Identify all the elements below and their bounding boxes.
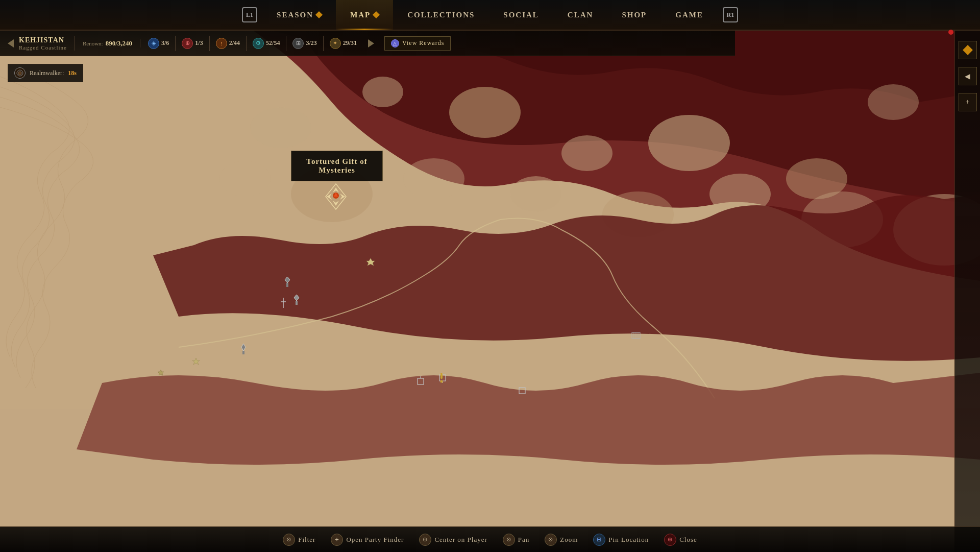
map-icon-5[interactable] — [238, 343, 249, 356]
map-pan-left[interactable]: ◀ — [959, 67, 977, 85]
altars-value: 29/31 — [343, 39, 357, 47]
svg-rect-37 — [242, 351, 244, 354]
action-pin-location[interactable]: ⊟ Pin Location — [593, 534, 649, 546]
svg-marker-36 — [241, 344, 246, 351]
region-name-block: KEHJISTAN Ragged Coastline — [19, 36, 75, 51]
pin-location-icon: ⊟ — [593, 534, 605, 546]
map-icon-6[interactable] — [192, 357, 200, 368]
right-controls: ◀ + — [954, 31, 980, 552]
r1-button[interactable]: R1 — [723, 7, 738, 22]
stat-dungeons: ⊕ 1/3 — [182, 38, 203, 49]
stat-separator-4 — [286, 36, 286, 51]
map-icon-1[interactable] — [282, 276, 292, 290]
svg-marker-35 — [366, 258, 375, 266]
action-party-finder[interactable]: + Open Party Finder — [331, 534, 404, 546]
nav-item-map[interactable]: MAP — [336, 0, 393, 30]
tooltip-line1: Tortured Gift of — [302, 157, 372, 166]
map-icon-4[interactable] — [366, 258, 375, 268]
map-icon-3[interactable] — [280, 298, 287, 310]
map-diamond-icon — [373, 11, 380, 18]
l1-button[interactable]: L1 — [242, 7, 257, 22]
filter-icon: ⊙ — [283, 534, 295, 546]
map-icon-7[interactable] — [157, 369, 164, 378]
party-finder-icon: + — [331, 534, 343, 546]
region-next-arrow[interactable] — [368, 39, 374, 47]
stat-separator-2 — [209, 36, 210, 51]
map-icon-2[interactable] — [291, 294, 302, 308]
stat-separator-5 — [323, 36, 324, 51]
altars-icon: ✦ — [330, 38, 341, 49]
map-marker[interactable] — [321, 181, 351, 212]
svg-marker-39 — [158, 370, 164, 375]
realmwalker-badge: Realmwalker: 18s — [8, 64, 83, 82]
dungeons-value: 1/3 — [195, 39, 203, 47]
svg-marker-23 — [333, 187, 339, 193]
nav-item-season[interactable]: SEASON — [262, 0, 336, 30]
action-filter[interactable]: ⊙ Filter — [283, 534, 315, 546]
dungeons-icon: ⊕ — [182, 38, 193, 49]
map-zoom-diamond — [959, 41, 977, 59]
stat-waypoints: ◈ 3/6 — [148, 38, 169, 49]
nav-item-collections[interactable]: COLLECTIONS — [393, 0, 489, 30]
top-nav: L1 SEASON MAP COLLECTIONS SOCIAL CLAN SH… — [0, 0, 980, 31]
nav-item-clan[interactable]: CLAN — [553, 0, 608, 30]
svg-point-51 — [440, 380, 443, 383]
svg-point-12 — [510, 176, 561, 212]
realmwalker-icon — [14, 67, 26, 79]
stat-altars: ✦ 29/31 — [330, 38, 357, 49]
svg-point-3 — [449, 87, 521, 138]
map-icon-exclamation[interactable] — [439, 373, 444, 385]
pan-icon: ⊙ — [503, 534, 515, 546]
rewards-icon: △ — [391, 39, 399, 47]
map-background — [0, 0, 980, 552]
realmwalker-label: Realmwalker: — [30, 69, 64, 77]
nav-item-game[interactable]: GAME — [661, 0, 718, 30]
cellars-value: 3/23 — [306, 39, 316, 47]
close-icon: ⊗ — [664, 534, 676, 546]
season-diamond-icon — [315, 11, 323, 18]
region-bar: KEHJISTAN Ragged Coastline Renown: 890/3… — [0, 31, 735, 56]
map-zoom-in[interactable]: + — [959, 93, 977, 111]
stat-quests: ! 2/44 — [216, 38, 240, 49]
map-container: Tortured Gift of Mysteries — [0, 0, 980, 552]
nav-item-shop[interactable]: SHOP — [607, 0, 661, 30]
waypoints-value: 3/6 — [161, 39, 169, 47]
svg-marker-29 — [285, 277, 290, 283]
svg-marker-38 — [192, 358, 200, 365]
renown-label: Renown: — [83, 40, 103, 46]
strongholds-icon: ⚙ — [253, 38, 264, 49]
nav-item-social[interactable]: SOCIAL — [489, 0, 553, 30]
action-pan[interactable]: ⊙ Pan — [503, 534, 530, 546]
quests-icon: ! — [216, 38, 227, 49]
renown-value: 890/3,240 — [106, 39, 132, 47]
zoom-icon: ⊙ — [545, 534, 557, 546]
stat-cellars: ⊞ 3/23 — [292, 38, 316, 49]
arrow-left-icon: ◀ — [965, 72, 970, 81]
action-zoom[interactable]: ⊙ Zoom — [545, 534, 578, 546]
stat-separator-3 — [246, 36, 247, 51]
action-close[interactable]: ⊗ Close — [664, 534, 697, 546]
svg-rect-49 — [519, 388, 525, 394]
region-sub: Ragged Coastline — [19, 44, 67, 51]
map-icon-11[interactable] — [518, 386, 526, 398]
svg-rect-50 — [440, 373, 443, 379]
view-rewards-button[interactable]: △ View Rewards — [384, 36, 451, 51]
svg-point-11 — [403, 158, 464, 199]
region-prev-arrow[interactable] — [8, 39, 14, 47]
diamond-icon — [963, 45, 973, 55]
center-player-icon: ⊙ — [419, 534, 431, 546]
map-icon-9[interactable] — [416, 376, 425, 389]
svg-rect-43 — [418, 378, 424, 385]
plus-icon: + — [966, 98, 970, 106]
action-center-player[interactable]: ⊙ Center on Player — [419, 534, 487, 546]
svg-point-2 — [362, 77, 403, 107]
map-icon-10[interactable] — [631, 330, 641, 343]
svg-point-7 — [868, 84, 919, 120]
notification-dot — [948, 30, 953, 35]
svg-rect-32 — [296, 301, 298, 305]
strongholds-value: 52/54 — [266, 39, 280, 47]
cellars-icon: ⊞ — [292, 38, 304, 49]
region-name: KEHJISTAN — [19, 36, 67, 44]
svg-point-9 — [219, 161, 271, 197]
nav-items: SEASON MAP COLLECTIONS SOCIAL CLAN SHOP … — [262, 0, 718, 30]
